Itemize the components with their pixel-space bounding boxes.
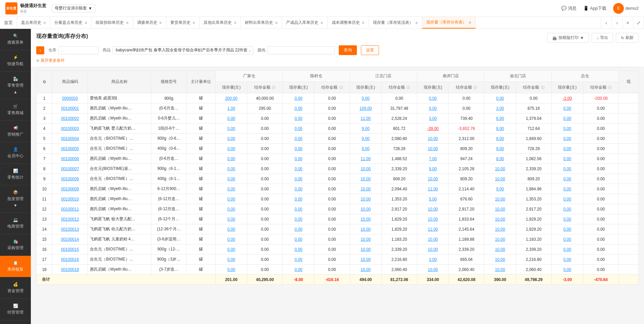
row-code[interactable]: 00100006 — [52, 154, 88, 164]
export-btn[interactable]: ↓ 导出 — [592, 33, 613, 43]
product-input[interactable] — [113, 46, 254, 54]
sidebar-item-member[interactable]: 👤 会员中心 — [0, 142, 31, 164]
sidebar-item-purchase[interactable]: 🛍️ 采购管理 — [0, 234, 31, 256]
sidebar-item-retail-mall[interactable]: 🛒 零售商城 — [0, 99, 31, 121]
row-jb-qty[interactable]: 11.00 — [350, 154, 381, 164]
row-fj-qty[interactable]: 0.00 — [215, 174, 247, 184]
row-fj-qty[interactable]: 0.00 — [215, 214, 247, 224]
total-amt-info-icon[interactable]: ⓘ — [608, 86, 611, 89]
row-code[interactable]: 00100008 — [52, 174, 88, 184]
row-total-qty[interactable]: 0.00 — [551, 144, 583, 154]
row-fj-qty[interactable]: 0.00 — [215, 134, 247, 144]
tab-qtckdl[interactable]: 其他出库单历史 × — [200, 17, 241, 29]
row-fj-qty[interactable]: 0.00 — [215, 265, 247, 275]
row-yb-qty[interactable]: 8.00 — [484, 154, 516, 164]
row-fj-qty[interactable]: 0.00 — [215, 184, 247, 194]
row-total-qty[interactable]: 0.00 — [551, 124, 583, 134]
row-jb-qty[interactable]: 11.00 — [350, 113, 381, 124]
row-code[interactable]: 00100005 — [52, 144, 88, 154]
row-cc-qty[interactable]: 0.00 — [283, 265, 314, 275]
tab-dbbdl[interactable]: 调拨单历史 × — [133, 17, 166, 29]
row-cc-qty[interactable]: 0.00 — [283, 164, 314, 174]
row-fj-qty[interactable]: 0.00 — [215, 204, 247, 214]
row-fj-qty[interactable]: 0.00 — [215, 124, 247, 134]
row-code[interactable]: 00100015 — [52, 244, 88, 254]
row-cc-qty[interactable]: 0.00 — [283, 144, 314, 154]
row-jb-qty[interactable]: 10.00 — [350, 214, 381, 224]
row-cc-qty[interactable]: 0.00 — [283, 174, 314, 184]
row-total-qty[interactable]: 0.00 — [551, 244, 583, 254]
warehouse-input[interactable] — [58, 46, 99, 54]
row-fj-qty[interactable]: 0.00 — [215, 244, 247, 254]
row-cc-qty[interactable]: 0.00 — [283, 134, 314, 144]
row-yb-qty[interactable]: 9.00 — [484, 184, 516, 194]
row-code[interactable]: 00100002 — [52, 113, 88, 124]
row-total-qty[interactable]: 0.00 — [551, 265, 583, 275]
row-fj-qty[interactable]: 0.00 — [215, 113, 247, 124]
filter-expand-btn[interactable]: › — [36, 46, 44, 54]
row-yb-qty[interactable]: 3.00 — [484, 103, 516, 113]
tab-clckdl[interactable]: 材料出库单历史 × — [241, 17, 282, 29]
row-na-qty[interactable]: 11.00 — [417, 224, 448, 234]
row-na-qty[interactable]: 9.00 — [417, 164, 448, 174]
row-yb-qty[interactable]: 10.00 — [484, 234, 516, 244]
sidebar-item-basic-info[interactable]: ℹ️ 基础信息 — [0, 320, 31, 324]
row-na-qty[interactable]: 3.00 — [417, 254, 448, 265]
row-jb-qty[interactable]: 10.00 — [350, 194, 381, 204]
row-yb-qty[interactable]: 10.00 — [484, 265, 516, 275]
sidebar-item-quicknav[interactable]: ⚡ 快捷导航 — [0, 50, 31, 72]
row-total-qty[interactable]: 0.00 — [551, 234, 583, 244]
row-cc-qty[interactable]: 0.00 — [283, 184, 314, 194]
row-fj-qty[interactable]: 0.00 — [215, 164, 247, 174]
row-jb-qty[interactable]: 10.00 — [350, 244, 381, 254]
row-jb-qty[interactable]: 10.00 — [350, 174, 381, 184]
row-fj-qty[interactable]: 0.00 — [215, 154, 247, 164]
row-jb-qty[interactable]: 0.00 — [350, 93, 381, 103]
sidebar-item-ecommerce[interactable]: 💻 电商管理 — [0, 213, 31, 234]
row-jb-qty[interactable]: 10.00 — [350, 204, 381, 214]
user-area[interactable]: E demo2 — [613, 3, 639, 14]
row-fj-qty[interactable]: 0.00 — [215, 254, 247, 265]
sidebar-item-retail-stats[interactable]: 📊 零售统计 — [0, 164, 31, 185]
row-cc-qty[interactable]: 0.00 — [283, 93, 314, 103]
row-na-qty[interactable]: 11.00 — [417, 184, 448, 194]
row-jb-qty[interactable]: 10.00 — [350, 184, 381, 194]
row-yb-qty[interactable]: 8.00 — [484, 134, 516, 144]
row-na-qty[interactable]: 10.00 — [417, 134, 448, 144]
row-fj-qty[interactable]: 0.00 — [215, 224, 247, 234]
row-code[interactable]: 00100003 — [52, 124, 88, 134]
row-na-qty[interactable]: 10.00 — [417, 244, 448, 254]
tab-close-all-btn[interactable]: × — [623, 17, 633, 29]
tab-close-icon[interactable]: × — [275, 20, 278, 25]
row-cc-qty[interactable]: 0.00 — [283, 254, 314, 265]
row-code[interactable]: 00100007 — [52, 164, 88, 174]
row-total-qty[interactable]: 0.00 — [551, 214, 583, 224]
row-na-qty[interactable]: -39.00 — [417, 124, 448, 134]
row-jb-qty[interactable]: 9.00 — [350, 144, 381, 154]
table-scroll-container[interactable]: ⚙ 商品编码 商品名称 规格型号 主计量单位 厂家仓 陈村仓 江北门店 南岸门店… — [36, 70, 639, 285]
settings-gear-icon[interactable]: ⚙ — [43, 80, 46, 84]
app-download-btn[interactable]: 📱 App下载 — [583, 5, 606, 11]
row-jb-qty[interactable]: 10.00 — [350, 234, 381, 244]
yb-amt-info-icon[interactable]: ⓘ — [541, 86, 544, 89]
row-cc-qty[interactable]: 0.00 — [283, 244, 314, 254]
row-yb-qty[interactable]: 10.00 — [484, 174, 516, 184]
tab-close-icon[interactable]: × — [469, 20, 471, 25]
jb-amt-info-icon[interactable]: ⓘ — [407, 86, 410, 89]
row-yb-qty[interactable]: 0.00 — [484, 93, 516, 103]
row-total-qty[interactable]: 0.00 — [551, 113, 583, 124]
row-total-qty[interactable]: 0.00 — [551, 184, 583, 194]
sidebar-item-retail-mgmt[interactable]: 🏪 零售管理 ▲ — [0, 72, 31, 99]
tab-close-icon[interactable]: × — [126, 20, 128, 25]
tab-home[interactable]: 首页 — [0, 17, 17, 29]
tab-zzcc[interactable]: 组装拆卸单历史 × — [92, 17, 133, 29]
row-jb-qty[interactable]: 109.00 — [350, 103, 381, 113]
row-yb-qty[interactable]: 6.00 — [484, 113, 516, 124]
row-na-qty[interactable]: 0.00 — [417, 103, 448, 113]
row-na-qty[interactable]: 10.00 — [417, 174, 448, 184]
cc-amt-info-icon[interactable]: ⓘ — [339, 86, 343, 89]
row-total-qty[interactable]: 0.00 — [551, 103, 583, 113]
row-total-qty[interactable]: 0.00 — [551, 174, 583, 184]
row-yb-qty[interactable]: 10.00 — [484, 244, 516, 254]
expand-more-btn[interactable]: 展开更多条件 — [41, 58, 65, 63]
